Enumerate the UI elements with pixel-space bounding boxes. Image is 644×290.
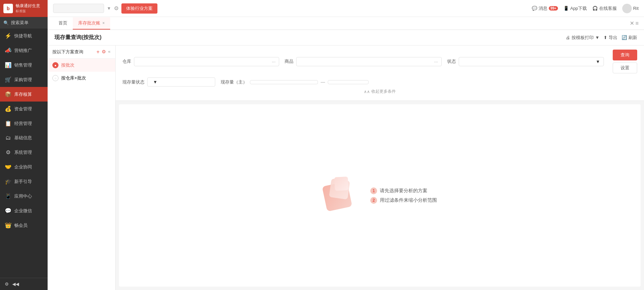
- content-area: 现存量查询(按批次) 🖨 按模板打印 ▼ ⬆ 导出 🔄 刷新: [48, 30, 644, 290]
- nav-label-system: 系统管理: [14, 149, 32, 156]
- plan-sidebar-actions: + ⚙ «: [96, 49, 111, 55]
- empty-step-1: 1 请先选择要分析的方案: [370, 187, 437, 194]
- nav-label-marketing: 营销推广: [14, 48, 32, 54]
- query-button[interactable]: 查询: [613, 50, 637, 60]
- collapse-sidebar-button[interactable]: ◀◀: [12, 282, 19, 287]
- user-avatar-area[interactable]: Rit: [622, 4, 639, 13]
- app-download-button[interactable]: 📱 App下载: [563, 5, 587, 12]
- step-label-2: 用过滤条件来缩小分析范围: [380, 197, 437, 203]
- sidebar-header: b 畅康通好生意 标准版: [0, 0, 48, 17]
- sidebar-item-guide[interactable]: 🎓 新手引导: [0, 174, 48, 189]
- main-area: ▼ ⚙ 体验行业方案 💬 消息 99+ 📱 App下载 🎧 在线客服 Rit: [48, 0, 644, 290]
- print-dropdown-icon[interactable]: ▼: [595, 35, 599, 40]
- stock-status-dropdown-icon[interactable]: ▼: [153, 79, 157, 85]
- tab-home[interactable]: 首页: [53, 17, 73, 30]
- settings-button[interactable]: ⚙: [5, 282, 9, 287]
- right-content: 仓库 ··· 商品 ···: [116, 46, 644, 290]
- stock-status-select[interactable]: ▼: [147, 77, 215, 87]
- collapse-label: 收起更多条件: [371, 89, 396, 94]
- sidebar-item-marketing[interactable]: 📣 营销推广: [0, 43, 48, 58]
- topbar-search-box: [53, 4, 104, 13]
- filter-action-buttons: 查询 设置: [613, 50, 637, 73]
- tab-settings-icon[interactable]: ≡: [635, 20, 639, 26]
- warehouse-input[interactable]: ···: [134, 57, 279, 66]
- product-input[interactable]: ···: [296, 57, 441, 66]
- tabbar: 首页 库存批次账 × ✕ ≡: [48, 17, 644, 30]
- home-tab-label: 首页: [58, 20, 67, 26]
- page-header: 现存量查询(按批次) 🖨 按模板打印 ▼ ⬆ 导出 🔄 刷新: [48, 30, 644, 46]
- print-label: 按模板打印: [572, 35, 594, 41]
- close-tab-icon[interactable]: ×: [102, 21, 105, 25]
- message-button[interactable]: 💬 消息 99+: [532, 5, 558, 12]
- step-num-1: 1: [370, 187, 377, 194]
- plan-settings-icon[interactable]: ⚙: [102, 49, 106, 55]
- sidebar-item-finance[interactable]: 💰 资金管理: [0, 102, 48, 116]
- sidebar-item-wechat[interactable]: 💬 企业微信: [0, 203, 48, 218]
- nav-icon-operation: 📋: [5, 120, 12, 127]
- topbar-right: 💬 消息 99+ 📱 App下载 🎧 在线客服 Rit: [532, 4, 639, 13]
- product-more-icon[interactable]: ···: [434, 59, 438, 64]
- sidebar-item-quick-nav[interactable]: ⚡ 快捷导航: [0, 29, 48, 43]
- online-service-button[interactable]: 🎧 在线客服: [592, 5, 617, 12]
- add-plan-icon[interactable]: +: [96, 49, 99, 55]
- filter-settings-button[interactable]: 设置: [613, 62, 637, 73]
- empty-step-2: 2 用过滤条件来缩小分析范围: [370, 197, 437, 204]
- nav-label-member: 畅会员: [14, 222, 28, 229]
- status-filter-field: 状态 ▼: [447, 57, 604, 66]
- warehouse-more-icon[interactable]: ···: [272, 59, 275, 64]
- experience-industry-button[interactable]: 体验行业方案: [121, 3, 157, 14]
- nav-icon-finance: 💰: [5, 106, 12, 112]
- empty-icon-box3: [334, 176, 349, 191]
- edition-label: 标准版: [16, 9, 40, 14]
- plan-item-batch[interactable]: ● 按批次: [48, 59, 115, 72]
- sidebar-nav: ⚡ 快捷导航 📣 营销推广 📊 销售管理 🛒 采购管理 📦 库存核算 💰 资金管…: [0, 29, 48, 278]
- sidebar-item-operation[interactable]: 📋 经营管理: [0, 116, 48, 131]
- sidebar-item-enterprise[interactable]: 🤝 企业协同: [0, 160, 48, 174]
- print-button[interactable]: 🖨 按模板打印 ▼: [566, 35, 599, 41]
- nav-icon-member: 👑: [5, 222, 12, 229]
- export-button[interactable]: ⬆ 导出: [604, 35, 617, 41]
- stock-amount-min-input[interactable]: [250, 80, 318, 84]
- sidebar-item-sales[interactable]: 📊 销售管理: [0, 58, 48, 72]
- stock-status-label: 现存量状态: [122, 79, 145, 85]
- sidebar-item-appstore[interactable]: 📱 应用中心: [0, 189, 48, 203]
- export-label: 导出: [609, 35, 617, 41]
- nav-label-appstore: 应用中心: [14, 193, 32, 199]
- status-dropdown-icon[interactable]: ▼: [596, 59, 600, 64]
- app-download-icon: 📱: [563, 6, 569, 11]
- refresh-label: 刷新: [628, 35, 637, 41]
- stock-amount-max-input[interactable]: [328, 80, 369, 84]
- sidebar-item-purchase[interactable]: 🛒 采购管理: [0, 72, 48, 87]
- status-select[interactable]: ▼: [459, 57, 604, 66]
- tab-inventory-batch[interactable]: 库存批次账 ×: [73, 17, 110, 30]
- refresh-button[interactable]: 🔄 刷新: [622, 35, 637, 41]
- sidebar-item-member[interactable]: 👑 畅会员: [0, 218, 48, 233]
- search-menu-item[interactable]: 🔍 搜索菜单: [0, 17, 48, 29]
- nav-label-inventory: 库存核算: [14, 91, 32, 97]
- empty-steps: 1 请先选择要分析的方案 2 用过滤条件来缩小分析范围: [370, 187, 437, 204]
- online-service-label: 在线客服: [599, 5, 617, 12]
- avatar: [622, 4, 632, 13]
- sidebar: b 畅康通好生意 标准版 🔍 搜索菜单 ⚡ 快捷导航 📣 营销推广 📊 销售管理…: [0, 0, 48, 290]
- search-icon: 🔍: [3, 20, 9, 25]
- step-label-1: 请先选择要分析的方案: [380, 188, 427, 194]
- topbar-gear-icon[interactable]: ⚙: [114, 5, 119, 12]
- refresh-icon: 🔄: [622, 35, 627, 40]
- stock-amount-dash: —: [321, 79, 325, 85]
- plan-icon-batch: ●: [52, 62, 58, 68]
- empty-state-inner: 1 请先选择要分析的方案 2 用过滤条件来缩小分析范围: [323, 177, 437, 214]
- sidebar-item-inventory[interactable]: 📦 库存核算: [0, 87, 48, 102]
- topbar-dropdown-icon[interactable]: ▼: [107, 6, 111, 11]
- plan-item-warehouse-batch[interactable]: ○ 按仓库+批次: [48, 72, 115, 85]
- collapse-conditions-button[interactable]: ∧∧ 收起更多条件: [122, 87, 637, 96]
- nav-icon-system: ⚙: [5, 149, 12, 156]
- sidebar-item-basic[interactable]: 🗂 基础信息: [0, 131, 48, 145]
- warehouse-label: 仓库: [122, 58, 131, 65]
- inventory-batch-tab-label: 库存批次账: [78, 20, 100, 26]
- empty-illustration: [323, 177, 360, 214]
- sidebar-item-system[interactable]: ⚙ 系统管理: [0, 145, 48, 160]
- plan-collapse-icon[interactable]: «: [108, 49, 111, 55]
- status-label: 状态: [447, 58, 456, 65]
- close-all-tabs-button[interactable]: ✕: [630, 20, 634, 26]
- filter-row-2: 现存量状态 ▼ 现存量（主） —: [122, 77, 637, 87]
